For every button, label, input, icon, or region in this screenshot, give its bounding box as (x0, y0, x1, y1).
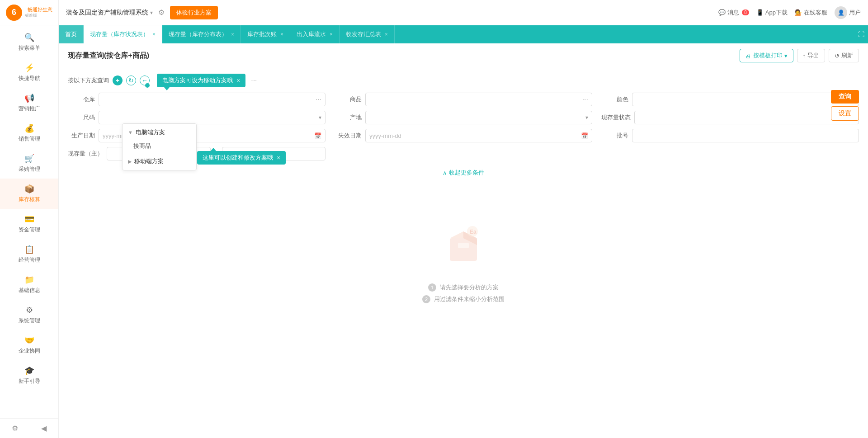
empty-illustration: Ea (441, 222, 486, 276)
query-add-btn[interactable]: + (113, 75, 123, 85)
stock-status-select[interactable]: ▾ (634, 111, 859, 124)
inventory-icon: 📦 (24, 184, 34, 194)
sidebar-item-enterprise[interactable]: 🤝企业协同 (0, 330, 58, 360)
sidebar-item-finance[interactable]: 💳资金管理 (0, 209, 58, 239)
search-btn[interactable]: 查询 (831, 90, 859, 104)
sidebar-item-purchase[interactable]: 🛒采购管理 (0, 148, 58, 179)
tab-home-label: 首页 (65, 30, 77, 38)
tab-minimize-icon[interactable]: — (848, 31, 854, 38)
header-right: 💬 消息 8 📱 App下载 💁 在线客服 👤 用户 (718, 6, 861, 19)
refresh-btn[interactable]: ↺ 刷新 (829, 49, 859, 62)
page-header: 现存量查询(按仓库+商品) 🖨 按模板打印 ▾ ↑ 导出 ↺ 刷新 (59, 43, 868, 68)
reset-btn[interactable]: 设置 (831, 106, 859, 121)
goods-select[interactable]: ··· (365, 93, 592, 106)
query-refresh-btn[interactable]: ↻ (126, 75, 136, 85)
system-icon: ⚙ (26, 305, 33, 315)
top-header: 装备及固定资产辅助管理系统 ▾ ⚙ 体验行业方案 💬 消息 8 📱 App下载 … (59, 0, 868, 25)
mobile-scheme-header[interactable]: ▶ 移动端方案 (123, 155, 196, 168)
finance-icon: 💳 (24, 214, 34, 224)
system-name-select[interactable]: 装备及固定资产辅助管理系统 ▾ (66, 9, 153, 17)
color-select[interactable]: ▾ (632, 93, 859, 106)
search-icon: 🔍 (24, 33, 34, 42)
print-btn[interactable]: 🖨 按模板打印 ▾ (740, 49, 793, 62)
tab-home[interactable]: 首页 (59, 25, 84, 43)
sales-icon: 💰 (24, 123, 34, 133)
pc-scheme-item[interactable]: 接商品 (123, 139, 196, 153)
print-icon: 🖨 (745, 52, 751, 59)
stock-main-filter: 现存量（主） — (68, 147, 326, 160)
pc-scheme-header[interactable]: ▼ 电脑端方案 (123, 126, 196, 139)
sidebar-item-nav[interactable]: ⚡快捷导航 (0, 57, 58, 88)
export-btn[interactable]: ↑ 导出 (797, 49, 826, 62)
settings-icon[interactable]: ⚙ (12, 424, 18, 433)
color-filter: 颜色 ▾ (601, 93, 859, 106)
sidebar-item-operation[interactable]: 📋经营管理 (0, 239, 58, 269)
tab-close-icon[interactable]: × (330, 31, 333, 38)
sidebar-item-basic[interactable]: 📁基础信息 (0, 269, 58, 300)
sidebar-item-label: 采购管理 (19, 165, 40, 173)
expire-calendar-icon: 📅 (581, 132, 588, 139)
warehouse-label: 仓库 (68, 95, 95, 104)
export-icon: ↑ (803, 52, 806, 59)
refresh-icon: ↺ (835, 52, 840, 59)
collapse-sidebar-icon[interactable]: ◀ (41, 424, 47, 433)
origin-select[interactable]: ▾ (365, 111, 592, 124)
expire-date-input[interactable]: yyyy-mm-dd 📅 (365, 129, 592, 142)
tab-in-out-flow-label: 出入库流水 (297, 30, 326, 38)
gear-icon[interactable]: ⚙ (158, 8, 165, 17)
sidebar-item-system[interactable]: ⚙系统管理 (0, 300, 58, 330)
tab-close-icon[interactable]: × (231, 31, 234, 38)
message-btn[interactable]: 💬 消息 8 (718, 9, 749, 17)
produce-date-label: 生产日期 (68, 132, 95, 140)
tab-actions: — ⛶ (844, 31, 868, 38)
size-label: 尺码 (68, 113, 95, 122)
user-menu[interactable]: 👤 用户 (835, 6, 861, 19)
warehouse-select[interactable]: ··· (99, 93, 326, 106)
industry-btn[interactable]: 体验行业方案 (170, 6, 218, 19)
goods-more-icon[interactable]: ··· (582, 95, 588, 104)
sidebar-item-label: 基础信息 (19, 287, 40, 294)
online-service-btn[interactable]: 💁 在线客服 (795, 9, 827, 17)
message-icon: 💬 (718, 9, 726, 16)
tab-in-out-flow[interactable]: 出入库流水 × (290, 25, 340, 43)
more-options-icon[interactable]: ··· (251, 76, 257, 85)
tooltip1-arrow (164, 87, 170, 90)
svg-rect-3 (458, 243, 469, 248)
batch-input[interactable] (632, 129, 859, 142)
warehouse-filter: 仓库 ··· (68, 93, 326, 106)
guide-icon: 🎓 (24, 366, 34, 376)
tab-receive-summary[interactable]: 收发存汇总表 × (340, 25, 395, 43)
message-badge: 8 (742, 9, 749, 15)
tab-close-icon[interactable]: × (385, 31, 388, 38)
empty-state: Ea 1 请先选择要分析的方案 2 用过滤条件来缩小分析范围 (59, 186, 868, 339)
dropdown-arrow-icon: ▾ (784, 52, 788, 59)
sidebar-item-inventory[interactable]: 📦库存核算 (0, 179, 58, 209)
size-dropdown-icon: ▾ (319, 114, 321, 121)
size-filter: 尺码 ▾ (68, 111, 326, 124)
action-buttons: 查询 设置 (831, 90, 859, 121)
tab-expand-icon[interactable]: ⛶ (858, 31, 864, 38)
system-name: 装备及固定资产辅助管理系统 (66, 9, 148, 17)
sidebar-item-label: 企业协同 (19, 347, 40, 355)
size-select[interactable]: ▾ (99, 111, 326, 124)
sidebar-item-search[interactable]: 🔍搜索菜单 (0, 27, 58, 57)
tab-inventory-status[interactable]: 现存量（库存状况表） × (84, 25, 162, 43)
tooltip1-close-btn[interactable]: × (236, 77, 240, 84)
warehouse-more-icon[interactable]: ··· (316, 95, 321, 104)
service-label: 在线客服 (804, 9, 827, 17)
tab-close-icon[interactable]: × (152, 31, 156, 38)
scheme-edit-tooltip: 这里可以创建和修改方案哦 × (197, 151, 286, 165)
expire-date-filter: 失效日期 yyyy-mm-dd 📅 (335, 129, 592, 142)
tooltip2-close-btn[interactable]: × (277, 154, 280, 161)
tab-inventory-dist[interactable]: 现存量（库存分布表） × (162, 25, 241, 43)
nav-icon: ⚡ (24, 63, 34, 73)
batch-label: 批号 (601, 132, 628, 140)
tab-batch-ledger[interactable]: 库存批次账 × (241, 25, 290, 43)
sidebar-item-sales[interactable]: 💰销售管理 (0, 118, 58, 148)
sidebar-item-label: 系统管理 (19, 317, 40, 325)
tab-close-icon[interactable]: × (280, 31, 283, 38)
app-download-btn[interactable]: 📱 App下载 (756, 9, 788, 17)
sidebar-item-guide[interactable]: 🎓新手引导 (0, 360, 58, 391)
sidebar-item-marketing[interactable]: 📢营销推广 (0, 88, 58, 118)
sidebar-item-label: 新手引导 (19, 377, 40, 385)
